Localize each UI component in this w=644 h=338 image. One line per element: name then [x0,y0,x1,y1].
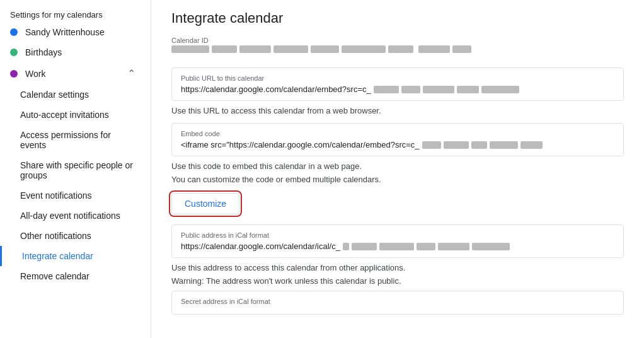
embed-blurred-5 [520,141,543,149]
page-title: Integrate calendar [171,10,624,26]
secret-ical-box: Secret address in iCal format [171,291,624,315]
public-url-blurred-1 [374,86,399,93]
calendar-id-section: Calendar ID [171,37,624,55]
embed-code-box: Embed code <iframe src="https://calendar… [171,123,624,156]
public-url-label: Public URL to this calendar [181,74,614,82]
embed-code-value: <iframe src="https://calendar.google.com… [181,140,614,149]
embed-blurred-3 [471,141,487,149]
sidebar-label-calendar-settings: Calendar settings [20,90,89,100]
sidebar-item-remove-calendar[interactable]: Remove calendar [0,266,146,286]
public-url-blurred-5 [481,86,519,93]
sidebar: Settings for my calendars Sandy Writtenh… [0,0,151,338]
sidebar-item-access-permissions[interactable]: Access permissions for events [0,125,146,155]
sidebar-label-integrate-calendar: Integrate calendar [22,251,93,261]
sidebar-label-share-specific: Share with specific people or groups [20,160,135,180]
calendar-id-label: Calendar ID [171,37,624,44]
ical-blurred-2 [379,243,414,250]
ical-blurred-1 [352,243,377,250]
public-url-value: https://calendar.google.com/calendar/emb… [181,84,614,94]
customize-button[interactable]: Customize [171,193,239,214]
sidebar-label-sandy: Sandy Writtenhouse [25,27,105,37]
sidebar-item-sandy[interactable]: Sandy Writtenhouse [0,22,146,42]
ical-value: https://calendar.google.com/calendar/ica… [181,242,614,251]
sidebar-label-remove-calendar: Remove calendar [20,271,89,281]
sidebar-label-birthdays: Birthdays [25,47,62,57]
calendar-id-blurred-4 [273,45,308,53]
calendar-id-blurred-6 [342,45,386,53]
embed-code-text: <iframe src="https://calendar.google.com… [181,140,420,149]
ical-label: Public address in iCal format [181,231,614,239]
sidebar-item-auto-accept[interactable]: Auto-accept invitations [0,105,146,125]
sidebar-heading: Settings for my calendars [0,5,151,22]
public-url-blurred-2 [401,86,420,93]
dot-work [10,70,18,78]
secret-ical-label: Secret address in iCal format [181,298,614,305]
calendar-id-blurred-2 [212,45,237,53]
ical-blurred-3 [417,243,435,250]
embed-code-label: Embed code [181,130,614,137]
main-content: Integrate calendar Calendar ID Public UR… [151,0,644,338]
sidebar-label-event-notifications: Event notifications [20,190,92,201]
sidebar-label-auto-accept: Auto-accept invitations [20,110,109,120]
sidebar-label-access-permissions: Access permissions for events [20,130,135,150]
calendar-id-blurred-9 [452,45,471,53]
ical-box: Public address in iCal format https://ca… [171,224,624,258]
public-url-text: https://calendar.google.com/calendar/emb… [181,84,371,94]
sidebar-item-birthdays[interactable]: Birthdays [0,42,146,62]
ical-helper1: Use this address to access this calendar… [171,263,624,272]
sidebar-item-share-specific[interactable]: Share with specific people or groups [0,155,146,185]
ical-helper2: Warning: The address won't work unless t… [171,276,624,286]
calendar-id-blurred-7 [388,45,413,53]
calendar-id-value [171,45,624,55]
ical-blurred-0 [343,243,349,250]
sidebar-item-work[interactable]: Work ⌃ [0,62,146,84]
dot-birthdays [10,49,18,56]
public-url-helper: Use this URL to access this calendar fro… [171,106,624,115]
calendar-id-blurred-8 [418,45,450,53]
sidebar-label-other-notifications: Other notifications [20,231,91,241]
ical-blurred-4 [438,243,469,250]
ical-blurred-5 [472,243,510,250]
embed-code-helper1: Use this code to embed this calendar in … [171,161,624,171]
public-url-box: Public URL to this calendar https://cale… [171,67,624,101]
sidebar-label-work: Work [25,69,45,79]
sidebar-label-allday-notifications: All-day event notifications [20,211,120,221]
public-url-blurred-4 [457,86,479,93]
sidebar-item-allday-notifications[interactable]: All-day event notifications [0,206,146,226]
embed-blurred-2 [444,141,469,149]
sidebar-item-event-notifications[interactable]: Event notifications [0,185,146,206]
embed-blurred-1 [422,141,441,149]
sidebar-item-calendar-settings[interactable]: Calendar settings [0,84,146,105]
public-url-blurred-3 [423,86,454,93]
sidebar-item-other-notifications[interactable]: Other notifications [0,226,146,246]
calendar-id-blurred-1 [171,45,209,53]
dot-sandy [10,28,18,36]
calendar-id-blurred-3 [239,45,271,53]
chevron-up-icon: ⌃ [127,67,135,79]
embed-code-helper2: You can customize the code or embed mult… [171,175,624,184]
embed-blurred-4 [490,141,518,149]
sidebar-item-integrate-calendar[interactable]: Integrate calendar [0,246,146,266]
ical-text: https://calendar.google.com/calendar/ica… [181,242,340,251]
calendar-id-blurred-5 [311,45,339,53]
